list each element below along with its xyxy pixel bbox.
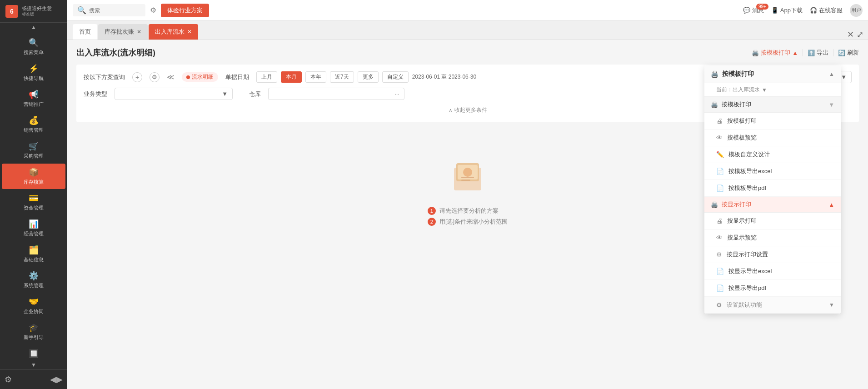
date-range: 2023-06-01 至 2023-06-30	[412, 73, 476, 81]
tab-flow[interactable]: 出入库流水 ✕	[149, 24, 198, 40]
date-this-year-btn[interactable]: 本年	[305, 71, 326, 83]
sidebar-item-sales[interactable]: 💰 销售管理	[2, 112, 65, 137]
filter-add-btn[interactable]: +	[132, 72, 142, 82]
search-input[interactable]	[89, 7, 135, 14]
marketing-icon: 📢	[29, 90, 39, 100]
app-download-btn[interactable]: 📱 App下载	[771, 6, 803, 15]
filter-collapse-btn[interactable]: ≪	[167, 73, 175, 81]
date-custom-btn[interactable]: 自定义	[382, 71, 409, 83]
sidebar-logo: 6 畅捷通好生意 标准版	[0, 0, 67, 23]
dropdown-item-template-excel[interactable]: 📄 按模板导出excel	[704, 163, 841, 180]
export-btn[interactable]: ⬆️ 导出	[808, 49, 828, 57]
item-label: 按模板导出excel	[728, 167, 772, 175]
sidebar-item-enterprise[interactable]: 🤝 企业协同	[2, 293, 65, 319]
dropdown-header-arrow[interactable]: ▲	[829, 71, 834, 77]
trial-btn[interactable]: 体验行业方案	[161, 4, 209, 17]
sales-icon: 💰	[29, 115, 39, 125]
user-avatar[interactable]: 用户	[850, 4, 863, 17]
page-actions: 🖨️ 按模板打印 ▲ ⬆️ 导出 🔄 刷新	[752, 49, 859, 57]
printer-header-icon: 🖨️	[711, 70, 718, 78]
footer-label: 设置默认功能	[727, 301, 762, 309]
print-icon: 🖨	[716, 117, 723, 125]
dropdown-current-arrow: ▼	[762, 87, 767, 93]
chevron-down-icon: ▼	[841, 74, 847, 80]
template-print-section-header: 🖨️ 按模板打印 ▼	[704, 97, 841, 113]
item-label: 按显示导出excel	[728, 267, 772, 275]
divider	[803, 49, 803, 56]
default-settings-icon: ⚙	[716, 301, 722, 309]
gear-icon[interactable]: ⚙	[150, 6, 156, 15]
sidebar-item-purchase[interactable]: 🛒 采购管理	[2, 138, 65, 163]
sidebar-item-operation[interactable]: 📊 经营管理	[2, 215, 65, 241]
dropdown-footer-settings[interactable]: ⚙ 设置默认功能 ▼	[704, 297, 841, 314]
dropdown-item-template-custom[interactable]: ✏️ 模板自定义设计	[704, 146, 841, 163]
filter-settings-btn[interactable]: ⚙	[150, 72, 160, 82]
sidebar-nav: 🔍 搜索菜单 ⚡ 快捷导航 📢 营销推广 💰 销售管理 🛒 采购管理 📦 库存核…	[0, 32, 67, 360]
item-label: 按模板打印	[727, 117, 757, 125]
excel-icon: 📄	[716, 168, 724, 175]
biz-type-chevron-icon: ▼	[222, 90, 228, 97]
dropdown-item-display-print[interactable]: 🖨 按显示打印	[704, 213, 841, 229]
sidebar-item-search[interactable]: 🔍 搜索菜单	[2, 34, 65, 60]
headset-icon: 🎧	[810, 7, 817, 14]
enterprise-icon: 🤝	[29, 297, 39, 307]
header-search-box[interactable]: 🔍	[73, 4, 145, 16]
refresh-btn[interactable]: 🔄 刷新	[838, 49, 859, 57]
date-more-btn[interactable]: 更多	[358, 71, 379, 83]
finance-icon: 💳	[29, 193, 39, 203]
sidebar-item-finance[interactable]: 💳 资金管理	[2, 190, 65, 215]
template-section-arrow: ▼	[828, 101, 834, 108]
settings-bottom-icon[interactable]: ⚙	[5, 374, 12, 384]
guide-icon: 🎓	[29, 323, 39, 333]
warehouse-select[interactable]: ···	[268, 88, 404, 100]
svg-rect-4	[461, 177, 474, 178]
print-template-btn[interactable]: 🖨️ 按模板打印 ▲	[752, 49, 798, 57]
sidebar-scroll-up[interactable]: ▲	[0, 23, 67, 32]
inventory-icon: 📦	[29, 167, 39, 177]
sidebar-item-marketing[interactable]: 📢 营销推广	[2, 86, 65, 111]
date-7days-btn[interactable]: 近7天	[330, 71, 354, 83]
item-label: 按模板预览	[727, 134, 757, 142]
date-last-month-btn[interactable]: 上月	[256, 71, 277, 83]
collapse-sidebar-icon[interactable]: ◀▶	[50, 374, 63, 384]
mobile-icon: 📱	[771, 7, 778, 14]
online-service-btn[interactable]: 🎧 在线客服	[810, 6, 843, 15]
logo-title: 畅捷通好生意	[22, 5, 52, 11]
step-1-num: 1	[428, 207, 436, 215]
date-filter-label: 单据日期	[225, 73, 249, 81]
display-print-section-header: 🖨️ 按显示打印 ▲	[704, 197, 841, 213]
page-title-row: 出入库流水(流水明细) 🖨️ 按模板打印 ▲ ⬆️ 导出 🔄	[76, 47, 859, 58]
biz-type-select[interactable]: ▼	[115, 88, 233, 100]
sidebar-item-guide[interactable]: 🎓 新手引导	[2, 319, 65, 344]
dropdown-item-template-preview[interactable]: 👁 按模板预览	[704, 130, 841, 146]
message-btn[interactable]: 💬 消息 99+	[743, 6, 764, 15]
divider2	[833, 49, 833, 56]
dropdown-item-display-preview[interactable]: 👁 按显示预览	[704, 229, 841, 246]
sidebar-item-system[interactable]: ⚙️ 系统管理	[2, 267, 65, 293]
collapse-label: 收起更多条件	[454, 106, 487, 114]
template-section-label: 按模板打印	[722, 100, 751, 109]
tab-batch-label: 库存批次账	[105, 28, 134, 36]
active-filter-tag: 流水明细	[182, 72, 218, 82]
sidebar-item-appcenter[interactable]: 🔲 应用中心	[2, 345, 65, 360]
tab-batch[interactable]: 库存批次账 ✕	[98, 24, 148, 40]
tab-home[interactable]: 首页	[73, 24, 97, 40]
sidebar: 6 畅捷通好生意 标准版 ▲ 🔍 搜索菜单 ⚡ 快捷导航 📢 营销推广 💰 销售…	[0, 0, 67, 389]
dropdown-item-template-print[interactable]: 🖨 按模板打印	[704, 113, 841, 130]
tab-bar-right: ✕ ⤢	[843, 30, 868, 40]
search-icon: 🔍	[77, 6, 86, 15]
sidebar-item-basic[interactable]: 🗂️ 基础信息	[2, 241, 65, 267]
tab-expand-btn[interactable]: ⤢	[857, 30, 863, 40]
tab-flow-close[interactable]: ✕	[187, 29, 192, 35]
dropdown-item-display-pdf[interactable]: 📄 按显示导出pdf	[704, 280, 841, 297]
date-this-month-btn[interactable]: 本月	[281, 71, 302, 83]
sidebar-scroll-down[interactable]: ▼	[0, 360, 67, 369]
sidebar-item-quicknav[interactable]: ⚡ 快捷导航	[2, 60, 65, 85]
item-label: 按显示预览	[727, 234, 757, 242]
tab-close-all-btn[interactable]: ✕	[847, 30, 854, 40]
dropdown-item-template-pdf[interactable]: 📄 按模板导出pdf	[704, 180, 841, 197]
sidebar-item-inventory[interactable]: 📦 库存核算	[2, 164, 65, 189]
dropdown-item-display-excel[interactable]: 📄 按显示导出excel	[704, 263, 841, 280]
dropdown-item-display-print-settings[interactable]: ⚙ 按显示打印设置	[704, 246, 841, 263]
tab-batch-close[interactable]: ✕	[137, 29, 141, 35]
